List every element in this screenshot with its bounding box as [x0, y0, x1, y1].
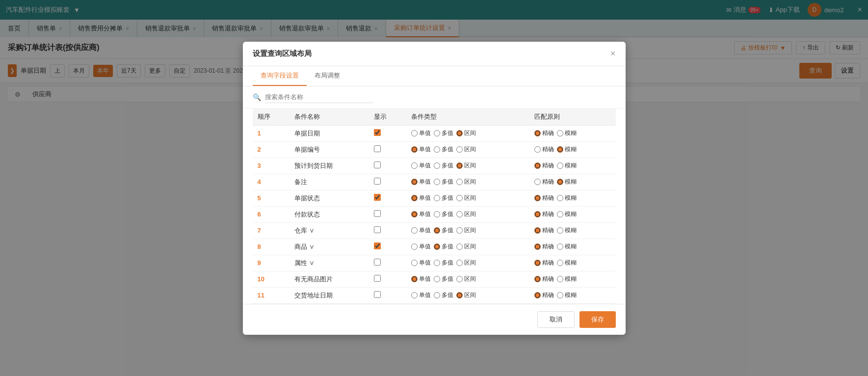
row-type-single-option[interactable]: 单值	[411, 161, 431, 170]
row-display-checkbox-cell[interactable]	[369, 125, 406, 141]
row-match-fuzzy-option[interactable]: 模糊	[557, 210, 577, 218]
row-match-fuzzy-option[interactable]: 模糊	[557, 242, 577, 251]
row-type-multi-option[interactable]: 多值	[434, 291, 453, 299]
row-match-fuzzy-option[interactable]: 模糊	[557, 226, 577, 235]
row-type-range-radio[interactable]	[456, 146, 463, 153]
row-match-fuzzy-option[interactable]: 模糊	[557, 275, 577, 283]
row-type-multi-radio[interactable]	[434, 195, 440, 201]
row-type-multi-radio[interactable]	[434, 179, 440, 185]
row-match-exact-option[interactable]: 精确	[534, 226, 554, 235]
row-display-checkbox[interactable]	[374, 275, 381, 282]
row-type-multi-option[interactable]: 多值	[434, 275, 453, 283]
row-type-multi-radio[interactable]	[434, 276, 440, 282]
row-display-checkbox-cell[interactable]	[369, 271, 406, 287]
row-match-exact-radio[interactable]	[534, 243, 541, 250]
row-match-fuzzy-option[interactable]: 模糊	[557, 178, 577, 186]
row-type-single-option[interactable]: 单值	[411, 226, 431, 235]
row-type-range-radio[interactable]	[456, 227, 463, 234]
row-type-multi-option[interactable]: 多值	[434, 161, 453, 170]
row-display-checkbox[interactable]	[374, 259, 381, 266]
modal-search-input[interactable]	[265, 91, 373, 103]
row-match-fuzzy-option[interactable]: 模糊	[557, 161, 577, 170]
row-match-exact-option[interactable]: 精确	[534, 178, 554, 186]
modal-close-button[interactable]: ×	[610, 49, 616, 59]
row-type-range-radio[interactable]	[456, 260, 463, 266]
row-match-exact-radio[interactable]	[534, 292, 541, 298]
row-match-fuzzy-radio[interactable]	[557, 292, 563, 298]
row-display-checkbox[interactable]	[374, 194, 381, 201]
row-display-checkbox-cell[interactable]	[369, 158, 406, 174]
row-display-checkbox-cell[interactable]	[369, 287, 406, 303]
row-type-multi-option[interactable]: 多值	[434, 259, 453, 267]
row-display-checkbox-cell[interactable]	[369, 255, 406, 271]
row-type-multi-radio[interactable]	[434, 292, 440, 298]
row-match-fuzzy-radio[interactable]	[557, 276, 563, 282]
row-type-single-radio[interactable]	[411, 292, 418, 298]
row-type-multi-option[interactable]: 多值	[434, 145, 453, 154]
row-type-multi-option[interactable]: 多值	[434, 178, 453, 186]
row-type-single-radio[interactable]	[411, 276, 418, 282]
row-match-exact-radio[interactable]	[534, 162, 541, 169]
row-type-single-radio[interactable]	[411, 211, 418, 217]
row-match-fuzzy-radio[interactable]	[557, 211, 563, 217]
row-match-fuzzy-option[interactable]: 模糊	[557, 194, 577, 202]
row-type-single-radio[interactable]	[411, 243, 418, 250]
row-display-checkbox[interactable]	[374, 291, 381, 298]
row-match-fuzzy-radio[interactable]	[557, 146, 563, 153]
row-type-range-option[interactable]: 区间	[456, 161, 476, 170]
row-match-exact-option[interactable]: 精确	[534, 291, 554, 299]
row-type-range-option[interactable]: 区间	[456, 145, 476, 154]
row-type-range-radio[interactable]	[456, 211, 463, 217]
save-button[interactable]: 保存	[579, 311, 616, 328]
row-type-range-option[interactable]: 区间	[456, 259, 476, 267]
row-match-exact-radio[interactable]	[534, 130, 541, 136]
row-type-single-radio[interactable]	[411, 195, 418, 201]
row-type-range-option[interactable]: 区间	[456, 194, 476, 202]
row-type-single-radio[interactable]	[411, 260, 418, 266]
row-type-multi-radio[interactable]	[434, 260, 440, 266]
row-match-fuzzy-radio[interactable]	[557, 227, 563, 234]
row-display-checkbox[interactable]	[374, 242, 381, 249]
row-match-exact-radio[interactable]	[534, 211, 541, 217]
cancel-button[interactable]: 取消	[537, 311, 575, 328]
row-match-exact-radio[interactable]	[534, 227, 541, 234]
row-type-single-option[interactable]: 单值	[411, 291, 431, 299]
row-match-exact-option[interactable]: 精确	[534, 145, 554, 154]
row-type-multi-radio[interactable]	[434, 146, 440, 153]
row-display-checkbox-cell[interactable]	[369, 141, 406, 158]
row-display-checkbox[interactable]	[374, 210, 381, 217]
row-match-exact-option[interactable]: 精确	[534, 161, 554, 170]
row-match-fuzzy-radio[interactable]	[557, 243, 563, 250]
row-match-fuzzy-radio[interactable]	[557, 179, 563, 185]
row-type-multi-option[interactable]: 多值	[434, 210, 453, 218]
row-display-checkbox-cell[interactable]	[369, 222, 406, 239]
row-display-checkbox[interactable]	[374, 178, 381, 185]
row-type-multi-option[interactable]: 多值	[434, 194, 453, 202]
row-type-single-option[interactable]: 单值	[411, 129, 431, 137]
modal-tab-query-fields[interactable]: 查询字段设置	[253, 66, 307, 86]
row-match-fuzzy-option[interactable]: 模糊	[557, 145, 577, 154]
row-match-exact-option[interactable]: 精确	[534, 210, 554, 218]
row-type-single-radio[interactable]	[411, 227, 418, 234]
row-type-single-radio[interactable]	[411, 130, 418, 136]
row-type-range-option[interactable]: 区间	[456, 291, 476, 299]
row-match-exact-radio[interactable]	[534, 179, 541, 185]
row-display-checkbox-cell[interactable]	[369, 174, 406, 190]
row-match-exact-option[interactable]: 精确	[534, 242, 554, 251]
row-type-single-radio[interactable]	[411, 179, 418, 185]
row-type-multi-option[interactable]: 多值	[434, 226, 453, 235]
row-match-exact-option[interactable]: 精确	[534, 129, 554, 137]
row-type-single-option[interactable]: 单值	[411, 242, 431, 251]
row-type-range-option[interactable]: 区间	[456, 242, 476, 251]
row-type-single-option[interactable]: 单值	[411, 259, 431, 267]
row-type-range-option[interactable]: 区间	[456, 129, 476, 137]
row-match-fuzzy-option[interactable]: 模糊	[557, 291, 577, 299]
row-type-multi-radio[interactable]	[434, 243, 440, 250]
row-type-range-option[interactable]: 区间	[456, 226, 476, 235]
row-type-range-radio[interactable]	[456, 276, 463, 282]
row-type-single-radio[interactable]	[411, 146, 418, 153]
row-type-single-option[interactable]: 单值	[411, 178, 431, 186]
row-type-range-option[interactable]: 区间	[456, 210, 476, 218]
row-match-fuzzy-radio[interactable]	[557, 195, 563, 201]
row-type-multi-option[interactable]: 多值	[434, 242, 453, 251]
